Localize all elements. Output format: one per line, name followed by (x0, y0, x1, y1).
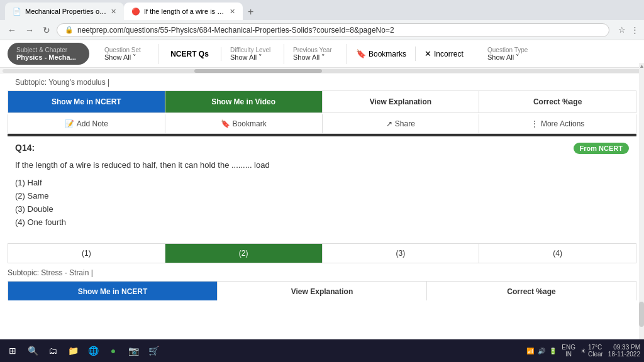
note-icon: 📝 (65, 119, 74, 128)
file-explorer-button[interactable]: 📁 (64, 342, 82, 359)
store-button[interactable]: 🛒 (145, 342, 162, 359)
scroll-up-icon[interactable]: ▲ (639, 63, 644, 69)
url-box[interactable]: 🔒 neetprep.com/questions/55-Physics/684-… (57, 23, 609, 37)
incorrect-filter[interactable]: ✕ Incorrect (416, 47, 479, 61)
option-3[interactable]: (3) Double (15, 204, 629, 214)
incorrect-label: Incorrect (434, 50, 464, 58)
weather-desc: Clear (588, 351, 603, 358)
subject-filter[interactable]: Subject & Chapter Physics - Mecha... (8, 43, 89, 65)
subtopic-bar-2: Subtopic: Stress - Strain | (8, 266, 636, 280)
clock: 09:33 PM 18-11-2022 (608, 344, 640, 358)
option-2[interactable]: (2) Same (15, 191, 629, 200)
view-explanation-button-1[interactable]: View Explanation (323, 91, 480, 112)
correct-pct-button-2[interactable]: Correct %age (427, 282, 636, 301)
add-note-button[interactable]: 📝 Add Note (8, 114, 165, 133)
answer-opt-3[interactable]: (3) (323, 244, 480, 263)
temperature: 17°C (588, 344, 603, 351)
ncert-label: NCERT Qs (170, 50, 209, 58)
question-set-filter[interactable]: Question Set Show All ˅ (96, 44, 158, 64)
bookmark-star-icon[interactable]: ☆ (618, 25, 626, 35)
question-num: Q14: (15, 143, 35, 153)
task-view-button[interactable]: 🗂 (44, 342, 62, 359)
bookmarks-filter[interactable]: 🔖 Bookmarks (347, 47, 416, 61)
settings-icon[interactable]: ⋮ (631, 25, 639, 35)
subject-filter-value: Physics - Mecha... (16, 53, 80, 61)
more-actions-button[interactable]: ⋮ More Actions (479, 114, 636, 133)
option-4[interactable]: (4) One fourth (15, 217, 629, 227)
scroll-track (3, 69, 641, 73)
tab-1-favicon: 📄 (13, 8, 21, 16)
scroll-thumb (194, 69, 322, 73)
difficulty-filter[interactable]: Difficulty Level Show All ˅ (221, 44, 284, 64)
filter-bar: Subject & Chapter Physics - Mecha... Que… (0, 40, 644, 68)
show-ncert-button-1[interactable]: Show Me in NCERT (8, 91, 165, 112)
difficulty-value: Show All ˅ (230, 53, 275, 62)
answer-opt-2[interactable]: (2) (165, 244, 323, 263)
share-icon: ↗ (386, 119, 392, 128)
question-type-value: Show All ˅ (487, 53, 533, 62)
camera-button[interactable]: 📷 (125, 342, 142, 359)
tab-2-title: If the length of a wire is reduce... (144, 8, 226, 15)
subtopic-2-text: Subtopic: Stress - Strain | (8, 268, 93, 277)
prev-year-label: Previous Year (293, 47, 338, 53)
tab-2[interactable]: 🔴 If the length of a wire is reduce... ✕ (124, 3, 243, 20)
taskbar: ⊞ 🔍 🗂 📁 🌐 ● 📷 🛒 📶 🔊 🔋 ENGIN ☀ 17°C Clear… (0, 339, 644, 362)
weather: ☀ 17°C Clear (580, 344, 603, 358)
sub-action-row-1: 📝 Add Note 🔖 Bookmark ↗ Share ⋮ More Act… (8, 114, 636, 134)
battery-icon: 🔋 (549, 348, 557, 354)
question-set-label: Question Set (104, 47, 149, 53)
volume-icon: 🔊 (538, 348, 545, 354)
question-type-label: Question Type (487, 47, 533, 53)
action-row-1: Show Me in NCERT Show Me in Video View E… (8, 90, 636, 113)
show-video-button[interactable]: Show Me in Video (165, 91, 323, 112)
tab-1[interactable]: 📄 Mechanical Properties of Solids ✕ (5, 3, 124, 20)
bookmark-btn-icon: 🔖 (221, 119, 230, 128)
more-icon: ⋮ (531, 119, 538, 128)
forward-button[interactable]: → (23, 24, 36, 36)
option-1[interactable]: (1) Half (15, 178, 629, 187)
system-tray: 📶 🔊 🔋 (526, 348, 557, 354)
question-header: Q14: From NCERT (15, 143, 629, 154)
difficulty-label: Difficulty Level (230, 47, 275, 53)
lang-indicator: ENGIN (562, 344, 575, 358)
tab-1-title: Mechanical Properties of Solids (25, 8, 107, 15)
incorrect-icon: ✕ (425, 49, 431, 58)
subject-filter-label: Subject & Chapter (16, 47, 80, 53)
reload-button[interactable]: ↻ (40, 24, 53, 36)
ncert-filter[interactable]: NCERT Qs (158, 47, 221, 61)
question-set-value: Show All ˅ (104, 53, 149, 62)
tab-1-close[interactable]: ✕ (111, 8, 116, 16)
horizontal-scroll[interactable] (0, 68, 644, 74)
answer-opt-4[interactable]: (4) (479, 244, 636, 263)
action-row-2: Show Me in NCERT View Explanation Correc… (8, 281, 636, 301)
right-scrollbar[interactable]: ▲ (639, 63, 644, 339)
lock-icon: 🔒 (65, 26, 74, 34)
taskbar-right: 📶 🔊 🔋 ENGIN ☀ 17°C Clear 09:33 PM 18-11-… (526, 344, 640, 358)
bookmark-icon: 🔖 (356, 49, 366, 58)
chrome-button[interactable]: ● (104, 342, 122, 359)
show-ncert-button-2[interactable]: Show Me in NCERT (8, 282, 218, 301)
browser-actions: ☆ ⋮ (618, 25, 639, 35)
bookmarks-label: Bookmarks (369, 50, 406, 58)
bookmark-button[interactable]: 🔖 Bookmark (165, 114, 323, 133)
subtopic-bar-1: Subtopic: Young's modulus | (8, 74, 636, 90)
date-display: 18-11-2022 (608, 351, 640, 358)
tab-2-close[interactable]: ✕ (230, 8, 235, 16)
time-display: 09:33 PM (608, 344, 640, 351)
back-button[interactable]: ← (5, 24, 19, 36)
view-explanation-button-2[interactable]: View Explanation (218, 282, 427, 301)
share-button[interactable]: ↗ Share (323, 114, 480, 133)
new-tab-button[interactable]: + (243, 4, 258, 20)
search-taskbar-button[interactable]: 🔍 (24, 342, 42, 359)
prev-year-filter[interactable]: Previous Year Show All ˅ (284, 44, 347, 64)
correct-pct-button-1[interactable]: Correct %age (479, 91, 636, 112)
edge-button[interactable]: 🌐 (84, 342, 102, 359)
tab-bar: 📄 Mechanical Properties of Solids ✕ 🔴 If… (0, 0, 644, 20)
start-button[interactable]: ⊞ (4, 342, 21, 359)
from-ncert-badge: From NCERT (574, 143, 629, 154)
prev-year-value: Show All ˅ (293, 53, 338, 62)
weather-icon: ☀ (580, 348, 586, 354)
question-text: If the length of a wire is reduced to ha… (15, 159, 629, 172)
question-type-filter[interactable]: Question Type Show All ˅ (479, 44, 541, 64)
answer-opt-1[interactable]: (1) (8, 244, 165, 263)
